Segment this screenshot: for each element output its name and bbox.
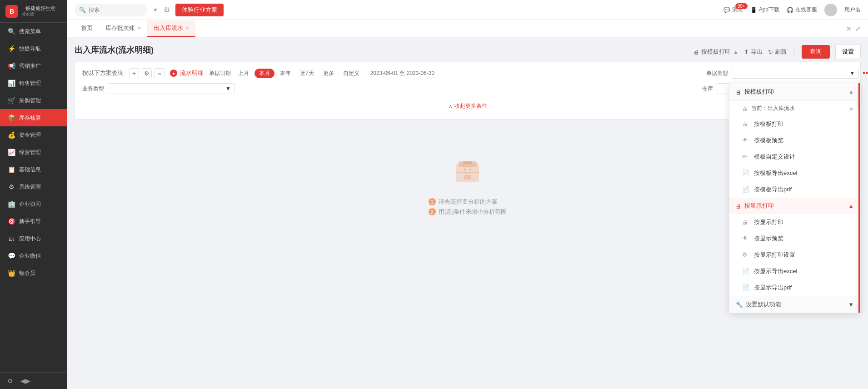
date-btn-last-month[interactable]: 上月 (234, 69, 253, 78)
date-buttons: 上月 本月 本年 近7天 更多 自定义 (234, 69, 363, 78)
dropdown-current-item[interactable]: 🖨 当前：出入库流水 ▶ (729, 101, 860, 116)
tab-inout-flow[interactable]: 出入库流水 × (147, 20, 195, 37)
display-section-chevron-icon: ▲ (848, 203, 854, 209)
date-btn-this-year[interactable]: 本年 (276, 69, 294, 78)
receipt-type-select[interactable]: ▼ (732, 68, 859, 79)
refresh-label: 刷新 (775, 48, 787, 56)
sidebar-item-purchase[interactable]: 🛒 采购管理 (0, 92, 67, 109)
settings-bottom-icon[interactable]: ⚙ (7, 377, 13, 384)
resize-handle[interactable] (858, 83, 860, 313)
sidebar-item-business[interactable]: 📈 经营管理 (0, 144, 67, 161)
template-custom-label: 模板自定义设计 (754, 153, 795, 161)
topbar-search-box[interactable]: 🔍 (75, 4, 147, 16)
dropdown-item-template-excel[interactable]: 📄 按模板导出excel (729, 165, 860, 181)
tab-batch-account-close[interactable]: × (138, 25, 141, 31)
display-pdf-icon: 📄 (742, 284, 749, 291)
display-print-icon: 🖨 (742, 219, 749, 226)
sidebar-logo: B 畅捷通好生意 标准版 (0, 0, 67, 23)
close-window-icon[interactable]: ✕ (846, 25, 852, 32)
dropdown-chevron-icon[interactable]: ▲ (848, 89, 854, 95)
date-btn-this-month[interactable]: 本月 (254, 69, 274, 78)
empty-state-icon (449, 152, 486, 189)
display-pdf-label: 按显示导出pdf (754, 284, 792, 292)
sidebar-item-finance[interactable]: 💰 资金管理 (0, 126, 67, 144)
dropdown-item-template-pdf[interactable]: 📄 按模板导出pdf (729, 181, 860, 198)
topbar-gear-icon[interactable]: ⚙ (164, 5, 170, 14)
tab-home[interactable]: 首页 (75, 20, 99, 37)
hint-item-2: 2 用[选]条件来缩小分析范围 (429, 208, 507, 216)
sidebar-item-label: 基础信息 (19, 166, 41, 174)
dropdown-item-template-custom[interactable]: ✏ 模板自定义设计 (729, 149, 860, 165)
message-icon: 💬 (723, 7, 730, 13)
template-excel-icon: 📄 (742, 170, 749, 177)
hint-num-1: 1 (429, 198, 436, 205)
sidebar-item-inventory[interactable]: 📦 库存核算 (0, 109, 67, 126)
footer-settings-icon: 🔧 (736, 301, 743, 308)
hint-item-1: 1 请先选择要分析的方案 (429, 198, 507, 206)
date-btn-custom[interactable]: 自定义 (339, 69, 363, 78)
print-template-btn[interactable]: 🖨 按模板打印 ▲ (693, 48, 738, 56)
settings-button[interactable]: 设置 (835, 45, 861, 59)
filter-settings-btn[interactable]: ⚙ (142, 68, 152, 78)
sidebar-item-quick-nav[interactable]: ⚡ 快捷导航 (0, 40, 67, 57)
current-chevron-icon: ▶ (850, 105, 854, 112)
sidebar-item-sales[interactable]: 📊 销售管理 (0, 75, 67, 92)
filter-row-1: 按以下方案查询 + ⚙ « ● 流水明细 单据日期 上月 本月 本年 (82, 68, 853, 79)
customer-service-item[interactable]: 🎧 在线客服 (787, 6, 817, 14)
sidebar-item-label: 系统管理 (19, 183, 41, 191)
dropdown-item-display-excel[interactable]: 📄 按显示导出excel (729, 263, 860, 279)
search-chevron-icon[interactable]: ▼ (153, 7, 158, 13)
add-filter-btn[interactable]: + (129, 68, 139, 78)
svg-point-5 (464, 169, 466, 170)
app-download-item[interactable]: 📱 App下载 (750, 6, 779, 14)
dropdown-title: 🖨 按模板打印 (736, 88, 774, 96)
dropdown-item-display-settings[interactable]: ⚙ 按显示打印设置 (729, 247, 860, 263)
sidebar-item-wechat[interactable]: 💬 企业微信 (0, 247, 67, 264)
maximize-window-icon[interactable]: ⤢ (855, 25, 861, 32)
collapse-btn[interactable]: ∧ 收起更多条件 (449, 102, 487, 110)
refresh-btn[interactable]: ↻ 刷新 (768, 48, 787, 56)
sidebar-nav: 🔍 搜索菜单 ⚡ 快捷导航 📢 营销推广 📊 销售管理 🛒 采购管理 📦 库存核… (0, 23, 67, 372)
export-btn[interactable]: ⬆ 导出 (744, 48, 763, 56)
date-btn-7days[interactable]: 近7天 (296, 69, 318, 78)
dropdown-item-template-preview[interactable]: 👁 按模板预览 (729, 132, 860, 149)
tab-batch-account[interactable]: 库存批次账 × (99, 20, 147, 37)
user-name: 用户名 (844, 6, 861, 14)
dropdown-display-section[interactable]: 🖨 按显示打印 ▲ (729, 198, 860, 214)
query-button[interactable]: 查询 (802, 45, 830, 59)
sidebar-item-app-center[interactable]: 🗂 应用中心 (0, 230, 67, 247)
app-version: 标准版 (22, 11, 55, 17)
sidebar-item-label: 搜索菜单 (19, 28, 41, 35)
message-item[interactable]: 💬 消息 99+ (723, 6, 743, 14)
display-settings-icon: ⚙ (742, 251, 749, 259)
active-filter[interactable]: ● 流水明细 (170, 69, 204, 77)
sidebar-item-guide[interactable]: 🎯 新手引导 (0, 213, 67, 230)
dropdown-footer[interactable]: 🔧 设置默认功能 ▼ (729, 296, 860, 313)
tab-inout-flow-close[interactable]: × (186, 25, 189, 31)
date-btn-more[interactable]: 更多 (319, 69, 338, 78)
collapse-sidebar-icon[interactable]: ◀▶ (20, 377, 30, 384)
sidebar-item-search[interactable]: 🔍 搜索菜单 (0, 23, 67, 40)
dropdown-item-display-print[interactable]: 🖨 按显示打印 (729, 214, 860, 230)
sidebar-item-system[interactable]: ⚙ 系统管理 (0, 178, 67, 195)
dropdown-item-display-pdf[interactable]: 📄 按显示导出pdf (729, 279, 860, 296)
industry-btn[interactable]: 体验行业方案 (175, 4, 224, 16)
dropdown-item-template-print[interactable]: 🖨 按模板打印 (729, 116, 860, 132)
hint-text-2: 用[选]条件来缩小分析范围 (439, 208, 507, 216)
display-excel-label: 按显示导出excel (754, 267, 797, 275)
sidebar-item-basic[interactable]: 📋 基础信息 (0, 161, 67, 178)
sidebar-item-marketing[interactable]: 📢 营销推广 (0, 57, 67, 75)
collapse-filter-btn[interactable]: « (155, 68, 165, 78)
biz-type-select[interactable]: ▼ (108, 83, 235, 94)
print-label: 按模板打印 (701, 48, 731, 56)
user-avatar[interactable] (824, 4, 837, 16)
receipt-type-more-icon[interactable]: ••• (863, 69, 868, 78)
sidebar-item-corp[interactable]: 🏢 企业协同 (0, 195, 67, 213)
dropdown-item-display-preview[interactable]: 👁 按显示预览 (729, 230, 860, 247)
sidebar-item-member[interactable]: 👑 畅会员 (0, 264, 67, 282)
search-input[interactable] (89, 7, 134, 13)
receipt-type-label: 单据类型 (706, 70, 728, 77)
sidebar-item-label: 快捷导航 (19, 45, 41, 53)
collapse-label: 收起更多条件 (454, 102, 487, 110)
svg-point-6 (469, 169, 471, 170)
